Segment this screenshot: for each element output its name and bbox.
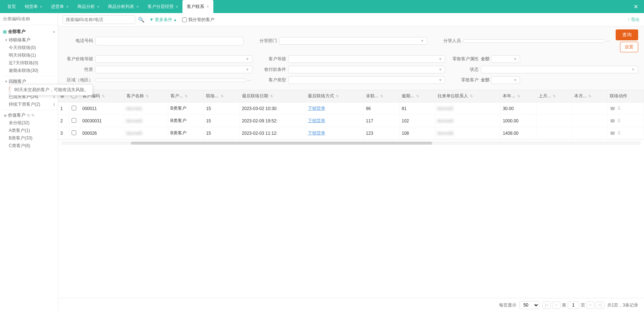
sidebar-item-week-contact[interactable]: 近7天待联络(0)	[9, 59, 55, 67]
my-customers-checkbox[interactable]	[182, 17, 187, 22]
tab-customer-contact[interactable]: 客户联系 ×	[182, 0, 213, 13]
sidebar-item-overdue-contact[interactable]: 逾期未联络(30)	[9, 67, 55, 74]
sidebar-item-class-c[interactable]: C类客户(6)	[9, 142, 55, 150]
sidebar-item-ungrouped[interactable]: 未分组(32)	[9, 119, 55, 127]
sidebar-item-tomorrow-contact[interactable]: 明天待联络(1)	[9, 52, 55, 59]
sidebar-valued-customers-group[interactable]: ▶ 价值客户 ↻ ✎	[3, 112, 55, 119]
phone-field: 电话号码	[64, 37, 243, 45]
refresh-icon[interactable]: ↻	[27, 113, 31, 118]
th-partner-contact[interactable]: 往来单位联系人 ⇅	[435, 90, 500, 102]
cell-check-0[interactable]	[69, 102, 80, 115]
main-search-input[interactable]	[63, 15, 135, 24]
customer-type-select[interactable]: ▼	[288, 76, 446, 84]
close-tab-purchase-order[interactable]: ×	[66, 4, 68, 9]
th-last-date[interactable]: 最后联络日期 ⇅	[240, 90, 305, 102]
cell-last-method-1[interactable]: 下销货单	[305, 115, 363, 127]
prev-page-button[interactable]: <	[552, 301, 560, 309]
last-page-button[interactable]: >|	[596, 301, 604, 309]
dept-select[interactable]: ▼	[279, 37, 427, 45]
sidebar-search-input[interactable]	[3, 16, 57, 21]
th-name[interactable]: 客户名称 ⇅	[124, 90, 168, 102]
zero-retail-attr-field: 零散客户属性 全部 ▼	[450, 55, 638, 63]
status-select[interactable]: ▼	[481, 66, 638, 73]
row-checkbox-2[interactable]	[72, 130, 76, 135]
query-button[interactable]: 查询	[616, 29, 638, 40]
close-tab-product-analysis[interactable]: ×	[97, 4, 99, 9]
tab-sales-order[interactable]: 销货单 ×	[20, 0, 47, 13]
close-tab-customer-tier[interactable]: ×	[176, 4, 178, 9]
arrow-down-icon: ▼	[4, 38, 8, 42]
close-tab-sales-order[interactable]: ×	[40, 4, 42, 9]
zero-retail-attr-select[interactable]: ▼	[491, 55, 520, 63]
more-conditions-button[interactable]: ▼ 更多条件 ▲	[147, 16, 179, 24]
th-current-month[interactable]: 本月... ⇅	[572, 90, 608, 102]
sidebar-all-customers[interactable]: ⊞ 全部客户 «	[3, 27, 55, 36]
filter-icon: ▼	[149, 17, 154, 22]
cell-check-2[interactable]	[69, 127, 80, 139]
sort-icon-current-month: ⇅	[588, 94, 591, 98]
row-checkbox-0[interactable]	[72, 106, 76, 110]
tab-home[interactable]: 首页	[3, 0, 20, 13]
th-not-contacted[interactable]: 未联... ⇅	[363, 90, 399, 102]
zero-retail-attr-value: 全部	[481, 56, 490, 62]
main-search-icon[interactable]: 🔍	[138, 17, 144, 23]
cell-check-1[interactable]	[69, 115, 80, 127]
th-last-month[interactable]: 上月... ⇅	[536, 90, 572, 102]
action-more-icon-2[interactable]: ⠿	[617, 131, 621, 136]
action-contact-icon-2[interactable]: ☎	[610, 131, 615, 136]
page-size-select[interactable]: 50 100 200	[519, 301, 539, 309]
sidebar-item-today-contact[interactable]: 今天待联络(0)	[9, 44, 55, 52]
cell-last-method-2[interactable]: 下销货单	[305, 127, 363, 139]
edit-icon[interactable]: ✎	[31, 113, 35, 118]
tab-customer-tier[interactable]: 客户分层经营 ×	[143, 0, 182, 13]
phone-input[interactable]	[95, 37, 243, 45]
th-actions: 联络动作	[608, 90, 644, 102]
sort-icon-last-method: ⇅	[336, 94, 339, 98]
payment-select[interactable]: ▼	[288, 66, 446, 73]
sidebar-pending-contact-group[interactable]: ▼ 待联络客户	[3, 36, 55, 44]
sidebar-item-class-b[interactable]: B类客户(33)	[9, 134, 55, 142]
row-checkbox-1[interactable]	[72, 118, 76, 123]
customer-table: ⚙ 客户编码 ⇅ 客户名称 ⇅	[58, 90, 644, 139]
tab-product-analysis[interactable]: 商品分析 ×	[73, 0, 104, 13]
action-more-icon-0[interactable]: ⠿	[617, 106, 621, 111]
cell-last-method-0[interactable]: 下销货单	[305, 102, 363, 115]
customer-level-select[interactable]: ▼	[288, 55, 446, 63]
region-dots[interactable]: ···	[246, 78, 253, 83]
sidebar-item-class-a[interactable]: A类客户(1)	[9, 127, 55, 134]
settings-button[interactable]: 设置	[620, 42, 638, 52]
cell-last-month-2	[536, 127, 572, 139]
tab-product-analysis-list[interactable]: 商品分析列表 ×	[104, 0, 143, 13]
zero-retail-value: 全部	[481, 77, 490, 83]
page-number-input[interactable]	[568, 301, 579, 309]
action-contact-icon-0[interactable]: ☎	[610, 106, 615, 111]
export-button[interactable]: ↑ 导出	[628, 17, 640, 23]
th-overdue[interactable]: 逾期... ⇅	[399, 90, 435, 102]
window-close-button[interactable]: ✕	[631, 2, 641, 12]
zero-retail-select[interactable]: ▼	[491, 76, 520, 84]
close-tab-customer-contact[interactable]: ×	[206, 4, 209, 9]
th-last-method[interactable]: 最后联络方式 ⇅	[305, 90, 363, 102]
person-select[interactable]	[463, 39, 605, 43]
close-tab-product-analysis-list[interactable]: ×	[136, 4, 138, 9]
th-type[interactable]: 客户... ⇅	[168, 90, 204, 102]
price-level-select[interactable]: ▼	[95, 55, 253, 63]
action-more-icon-1[interactable]: ⠿	[617, 118, 621, 123]
person-label: 分管人员	[432, 38, 461, 44]
sidebar-search-area: 🔍	[0, 13, 58, 25]
th-contact-count[interactable]: 联络... ⇅	[204, 90, 240, 102]
horizontal-scrollbar-thumb[interactable]	[131, 142, 432, 145]
top-tabbar: 首页 销货单 × 进货单 × 商品分析 × 商品分析列表 × 客户分层经营 × …	[0, 0, 644, 13]
sidebar-item-declining[interactable]: 持续下滑客户(2) ℹ	[9, 101, 55, 108]
nature-select[interactable]: ▼	[95, 66, 253, 73]
action-contact-icon-1[interactable]: ☎	[610, 118, 615, 123]
person-dots[interactable]: ···	[605, 39, 611, 44]
first-page-button[interactable]: |<	[542, 301, 551, 309]
th-current-year[interactable]: 本年... ⇅	[500, 90, 536, 102]
region-select[interactable]	[95, 78, 246, 82]
tab-purchase-order[interactable]: 进货单 ×	[47, 0, 73, 13]
sort-icon-current-year: ⇅	[517, 94, 520, 98]
my-customers-checkbox-label[interactable]: 我分管的客户	[182, 17, 214, 23]
arrow-down-icon-lost: ▼	[4, 80, 8, 84]
next-page-button[interactable]: >	[587, 301, 594, 309]
